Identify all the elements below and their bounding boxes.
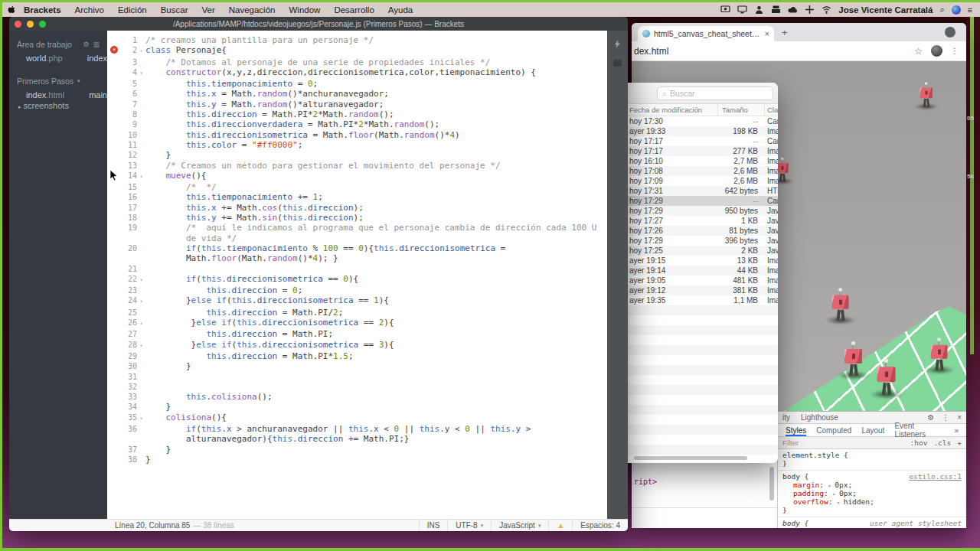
code-line[interactable]: 21 <box>107 264 607 274</box>
css-property[interactable]: padding: ▸ 0px; <box>782 489 962 497</box>
expand-arrow-icon[interactable]: ▸ <box>828 483 835 489</box>
bookmark-star-icon[interactable]: ☆ <box>914 46 923 57</box>
fold-arrow-icon[interactable]: ▾ <box>137 412 145 424</box>
styles-pane-tab-»[interactable]: » <box>954 426 959 435</box>
project-header[interactable]: Primeros Pasos ▾ <box>9 73 107 90</box>
stylesheet-link[interactable]: user agent stylesheet <box>870 519 962 527</box>
tab-close-icon[interactable]: × <box>765 29 769 38</box>
fold-arrow-icon[interactable]: ▾ <box>137 340 145 351</box>
sidebar-folder-screenshots[interactable]: ▸ screenshots <box>9 99 107 112</box>
display-icon[interactable] <box>737 5 747 14</box>
css-property[interactable]: display: ▸ block; <box>782 527 962 528</box>
address-bar-text[interactable]: dex.html <box>634 46 668 57</box>
spotlight-icon[interactable]: ⌕ <box>939 5 944 15</box>
code-line[interactable]: 9this.direccionverdadera = Math.PI*2*Mat… <box>107 119 607 129</box>
cloud-icon[interactable] <box>788 5 798 14</box>
hov-toggle[interactable]: :hov <box>910 439 927 447</box>
devtools-scrollbar[interactable] <box>769 467 774 500</box>
code-editor[interactable]: 1/* creamos una plantilla para un person… <box>107 31 607 519</box>
code-line[interactable]: 1/* creamos una plantilla para un person… <box>107 35 607 45</box>
devtools-close-icon[interactable]: × <box>957 413 962 422</box>
new-style-rule-button[interactable]: + <box>957 439 962 447</box>
finder-search-field[interactable]: ⌕ Buscar <box>657 86 773 100</box>
printer-icon[interactable] <box>771 5 781 14</box>
css-rule[interactable]: element.style {} <box>778 449 966 471</box>
column-header-size[interactable]: Tamaño <box>722 106 748 114</box>
styles-filter-input[interactable]: Filter <box>782 439 903 447</box>
code-line[interactable]: 27this.direccion = Math.PI; <box>107 329 607 339</box>
code-line[interactable]: 11this.color = "#ff0000"; <box>107 140 607 150</box>
code-line[interactable]: 14▾mueve(){ <box>107 171 607 182</box>
browser-menu-icon[interactable]: ⋮ <box>951 50 959 53</box>
code-line[interactable]: 24▾}else if(this.direccionisometrica == … <box>107 295 607 307</box>
menu-buscar[interactable]: Buscar <box>154 5 195 15</box>
code-line[interactable]: 32 <box>107 382 607 392</box>
code-line[interactable]: 17this.x += Math.cos(this.direccion); <box>107 203 607 213</box>
code-line[interactable]: 28▾}else if(this.direccionisometrica == … <box>107 340 607 351</box>
sidebar-file-world[interactable]: world.php <box>9 52 70 64</box>
brackets-title-bar[interactable]: /Applications/MAMP/htdocs/videojuegos/js… <box>9 17 628 31</box>
cursor-position[interactable]: Línea 20, Columna 85 <box>115 521 190 530</box>
devtools-tab-lighthouse[interactable]: Lighthouse <box>801 413 838 422</box>
code-line[interactable]: 22▾if(this.direccionisometrica == 0){ <box>107 274 607 285</box>
code-line[interactable]: 3/* Dotamos al personaje de una serie de… <box>107 57 607 67</box>
code-line[interactable]: 12} <box>107 150 607 160</box>
menu-brackets[interactable]: Brackets <box>17 5 68 15</box>
split-view-icon[interactable]: ▥ <box>93 41 100 48</box>
code-line[interactable]: 38} <box>107 455 607 465</box>
notification-center-icon[interactable]: ≡ <box>968 5 972 15</box>
css-property[interactable]: overflow: ▸ hidden; <box>782 497 962 506</box>
menu-ver[interactable]: Ver <box>194 5 221 15</box>
live-preview-icon[interactable] <box>612 40 622 48</box>
fold-arrow-icon[interactable]: ▾ <box>137 45 145 57</box>
menu-ayuda[interactable]: Ayuda <box>381 5 420 15</box>
code-line[interactable]: 4▾constructor(x,y,z,direccion,direccioni… <box>107 67 607 79</box>
lint-warning-icon[interactable]: ▲ <box>548 520 572 531</box>
code-line[interactable]: 5this.tiemponacimiento = 0; <box>107 79 607 89</box>
code-line[interactable]: 20if(this.tiemponacimiento % 100 == 0){t… <box>107 243 607 264</box>
code-line[interactable]: 10this.direccionisometrica = Math.floor(… <box>107 130 607 140</box>
code-line[interactable]: 7this.y = Math.random()*alturanavegador; <box>107 99 607 109</box>
code-line[interactable]: 31 <box>107 372 607 382</box>
code-line[interactable]: 26▾}else if(this.direccionisometrica == … <box>107 318 607 329</box>
styles-pane-tab-computed[interactable]: Computed <box>816 426 851 435</box>
user-menu[interactable]: Jose Vicente Carratalá <box>838 5 933 15</box>
move-icon[interactable] <box>805 5 815 14</box>
lint-error-icon[interactable]: ✕ <box>110 46 118 54</box>
apple-menu-icon[interactable] <box>8 5 15 15</box>
extension-manager-icon[interactable] <box>612 59 622 67</box>
menu-edición[interactable]: Edición <box>111 5 154 15</box>
code-line[interactable]: 19/* aquí le indicamos al programa que e… <box>107 223 607 243</box>
project-file-index[interactable]: index.html <box>9 89 72 101</box>
code-line[interactable]: 8this.direccion = Math.PI*2*Math.random(… <box>107 109 607 119</box>
siri-icon[interactable] <box>952 5 961 15</box>
fold-arrow-icon[interactable]: ▾ <box>137 274 145 285</box>
fold-arrow-icon[interactable]: ▾ <box>137 318 145 329</box>
column-header-kind[interactable]: Clase <box>767 106 778 114</box>
styles-pane-tab-event-listeners[interactable]: Event Listeners <box>894 422 944 439</box>
menu-archivo[interactable]: Archivo <box>68 5 111 15</box>
fold-arrow-icon[interactable]: ▾ <box>137 67 145 79</box>
profile-avatar[interactable] <box>931 45 942 57</box>
styles-pane-tab-layout[interactable]: Layout <box>861 426 884 435</box>
code-line[interactable]: 33this.colisiona(); <box>107 392 607 402</box>
new-tab-button[interactable]: + <box>782 27 788 38</box>
menu-navegación[interactable]: Navegación <box>222 5 283 15</box>
css-rule[interactable]: body {estilo.css:1margin: ▸ 0px;padding:… <box>778 471 966 517</box>
code-line[interactable]: 25this.direccion = Math.PI/2; <box>107 308 607 318</box>
finder-horizontal-scrollbar[interactable] <box>634 456 747 460</box>
code-line[interactable]: 13/* Creamos un método para gestionar el… <box>107 161 607 171</box>
column-header-date[interactable]: Fecha de modificación <box>629 106 702 114</box>
css-rule[interactable]: body {user agent stylesheetdisplay: ▸ bl… <box>778 517 966 528</box>
css-property[interactable]: margin: ▸ 0px; <box>782 481 962 489</box>
menu-window[interactable]: Window <box>282 5 327 15</box>
code-line[interactable]: 36if(this.x > anchuranavegador || this.x… <box>107 424 607 445</box>
expand-arrow-icon[interactable]: ▸ <box>833 491 839 497</box>
code-line[interactable]: 29this.direccion = Math.PI*1.5; <box>107 351 607 361</box>
menu-desarrollo[interactable]: Desarrollo <box>327 5 381 15</box>
devtools-menu-icon[interactable]: ⋮ <box>942 413 949 422</box>
insert-mode-indicator[interactable]: INS <box>419 520 448 531</box>
user-silhouette-icon[interactable] <box>754 5 764 14</box>
fold-arrow-icon[interactable]: ▾ <box>137 295 145 307</box>
wifi-icon[interactable] <box>822 5 831 14</box>
